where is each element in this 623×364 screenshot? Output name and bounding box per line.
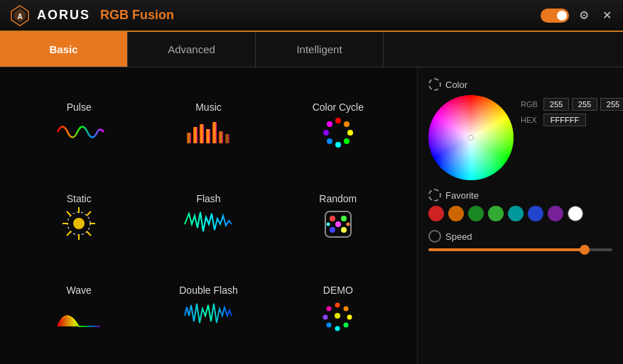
svg-rect-5 bbox=[200, 124, 204, 143]
svg-point-43 bbox=[323, 315, 328, 320]
svg-point-37 bbox=[335, 303, 340, 308]
mode-color-cycle[interactable]: Color Cycle bbox=[273, 78, 403, 170]
svg-point-15 bbox=[327, 138, 332, 144]
favorite-title: Favorite bbox=[445, 190, 479, 201]
pulse-icon bbox=[58, 118, 100, 147]
static-icon bbox=[58, 210, 100, 238]
favorite-section-icon bbox=[428, 189, 441, 202]
svg-point-40 bbox=[344, 323, 349, 328]
color-inputs: RGB HEX bbox=[521, 98, 623, 126]
aorus-logo-icon: A bbox=[9, 4, 31, 27]
speed-fill bbox=[428, 248, 585, 251]
svg-rect-9 bbox=[225, 134, 229, 143]
fav-color-green[interactable] bbox=[488, 206, 504, 221]
rgb-g-input[interactable] bbox=[572, 98, 597, 111]
tab-advanced[interactable]: Advanced bbox=[128, 32, 256, 67]
mode-music[interactable]: Music bbox=[143, 78, 273, 170]
speed-thumb[interactable] bbox=[580, 245, 590, 255]
rgb-row: RGB bbox=[521, 98, 623, 111]
mode-double-flash[interactable]: Double Flash bbox=[143, 262, 273, 353]
svg-line-26 bbox=[87, 231, 91, 236]
tab-intelligent[interactable]: Intelligent bbox=[256, 32, 384, 67]
music-icon bbox=[187, 118, 229, 147]
fav-color-red[interactable] bbox=[428, 206, 444, 221]
mode-pulse[interactable]: Pulse bbox=[14, 78, 143, 170]
svg-text:A: A bbox=[17, 13, 22, 21]
favorite-label-row: Favorite bbox=[428, 189, 612, 202]
demo-icon bbox=[317, 302, 359, 330]
hex-row: HEX bbox=[521, 114, 623, 126]
random-icon bbox=[317, 210, 359, 238]
svg-point-36 bbox=[335, 313, 340, 319]
right-panel: Color RGB HEX bbox=[417, 67, 623, 364]
svg-rect-6 bbox=[206, 129, 210, 143]
settings-button[interactable]: ⚙ bbox=[576, 8, 592, 23]
main-content: Pulse Music bbox=[0, 67, 623, 364]
svg-point-10 bbox=[335, 118, 341, 123]
flash-icon bbox=[187, 210, 229, 238]
svg-rect-8 bbox=[219, 131, 223, 143]
header: A AORUS RGB Fusion ⚙ ✕ bbox=[0, 0, 623, 32]
power-toggle[interactable] bbox=[541, 9, 569, 23]
svg-point-38 bbox=[344, 307, 349, 311]
fav-color-white[interactable] bbox=[568, 206, 583, 221]
fav-color-dark-green[interactable] bbox=[468, 206, 484, 221]
svg-point-39 bbox=[347, 315, 352, 320]
close-button[interactable]: ✕ bbox=[599, 8, 614, 23]
svg-point-41 bbox=[335, 326, 340, 331]
svg-point-13 bbox=[344, 138, 350, 144]
fav-color-orange[interactable] bbox=[448, 206, 464, 221]
color-wheel[interactable] bbox=[428, 95, 514, 180]
fav-color-blue[interactable] bbox=[528, 206, 543, 221]
svg-rect-4 bbox=[193, 127, 197, 143]
mode-demo[interactable]: DEMO bbox=[273, 262, 403, 353]
color-cycle-icon bbox=[317, 118, 359, 147]
hex-label: HEX bbox=[521, 116, 541, 124]
brand-name: AORUS bbox=[37, 8, 90, 23]
mode-random[interactable]: Random bbox=[273, 170, 403, 261]
svg-point-12 bbox=[347, 130, 353, 136]
svg-point-16 bbox=[323, 130, 329, 136]
header-controls: ⚙ ✕ bbox=[541, 8, 614, 23]
mode-grid: Pulse Music bbox=[0, 67, 417, 364]
tab-bar: Basic Advanced Intelligent bbox=[0, 32, 623, 67]
mode-static[interactable]: Static bbox=[14, 170, 143, 261]
wave-icon bbox=[58, 302, 100, 330]
svg-point-30 bbox=[341, 216, 347, 221]
app-title: RGB Fusion bbox=[100, 8, 174, 23]
rgb-b-input[interactable] bbox=[600, 98, 623, 111]
double-flash-icon bbox=[187, 302, 229, 330]
rgb-r-input[interactable] bbox=[543, 98, 569, 111]
color-section: Color RGB HEX bbox=[428, 78, 612, 180]
svg-point-14 bbox=[335, 142, 341, 148]
svg-point-11 bbox=[344, 121, 350, 127]
speed-slider-container[interactable] bbox=[428, 248, 612, 251]
svg-point-44 bbox=[327, 307, 332, 311]
svg-line-25 bbox=[67, 231, 71, 236]
color-section-icon bbox=[428, 78, 441, 91]
mode-flash[interactable]: Flash bbox=[143, 170, 273, 261]
speed-track bbox=[428, 248, 612, 251]
svg-line-24 bbox=[87, 211, 91, 216]
app-logo: A AORUS RGB Fusion bbox=[9, 4, 174, 27]
fav-color-purple[interactable] bbox=[548, 206, 563, 221]
color-wheel-container[interactable] bbox=[428, 95, 514, 180]
svg-rect-7 bbox=[212, 122, 217, 143]
color-title: Color bbox=[445, 79, 467, 90]
svg-point-35 bbox=[346, 222, 350, 226]
tab-basic[interactable]: Basic bbox=[0, 32, 128, 67]
svg-point-31 bbox=[330, 227, 335, 233]
hex-input[interactable] bbox=[543, 114, 586, 126]
svg-point-17 bbox=[327, 121, 332, 127]
fav-color-teal[interactable] bbox=[508, 206, 524, 221]
svg-point-29 bbox=[330, 216, 335, 221]
speed-section: Speed bbox=[428, 230, 612, 251]
svg-point-32 bbox=[341, 227, 347, 233]
mode-wave[interactable]: Wave bbox=[14, 262, 143, 353]
svg-rect-3 bbox=[187, 133, 191, 143]
favorite-section: Favorite bbox=[428, 189, 612, 221]
svg-point-27 bbox=[73, 218, 85, 229]
favorite-colors bbox=[428, 206, 612, 221]
svg-line-23 bbox=[67, 211, 71, 216]
speed-title: Speed bbox=[445, 231, 472, 242]
